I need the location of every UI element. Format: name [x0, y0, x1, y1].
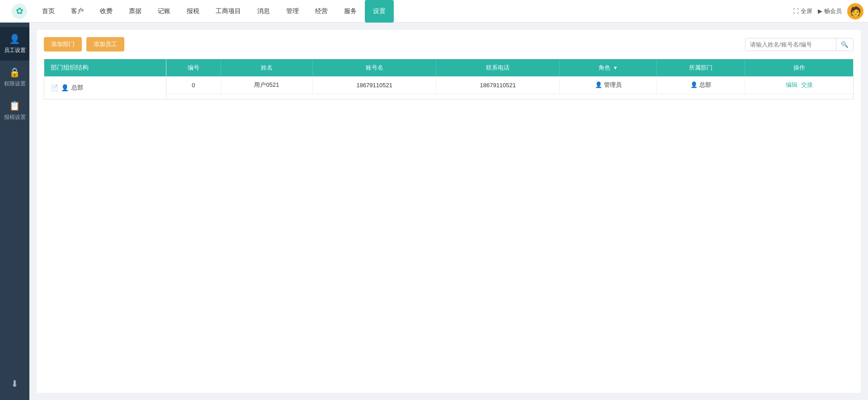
search-input[interactable] [745, 38, 836, 51]
nav-item-设置[interactable]: 设置 [365, 0, 394, 23]
nav-item-票据[interactable]: 票据 [121, 0, 150, 23]
dept-tree: 部门组织结构 📄 👤 总部 [44, 59, 166, 99]
sidebar-bottom: ⬇ [0, 372, 29, 400]
table-body: 0用户05211867911052118679110521👤管理员👤总部编辑交接 [166, 76, 853, 94]
role-icon: 👤 [595, 81, 602, 88]
sidebar-item-download[interactable]: ⬇ [0, 372, 29, 395]
content-area: 添加部门 添加员工 🔍 部门组织结构 📄 👤 总部 [37, 30, 861, 393]
logo: ✿ [5, 3, 34, 19]
file-icon: 📄 [51, 84, 58, 91]
sidebar: 👤员工设置🔒权限设置📋报税设置 ⬇ [0, 23, 29, 400]
main-content: 添加部门 添加员工 🔍 部门组织结构 📄 👤 总部 [29, 23, 868, 400]
cell-name: 用户0521 [221, 76, 312, 94]
table: 编号 姓名 账号名 联系电话 角色 ▼ 所属部门 操作 0用户052118679… [166, 59, 853, 94]
nav-item-首页[interactable]: 首页 [34, 0, 63, 23]
nav-item-收费[interactable]: 收费 [92, 0, 121, 23]
table-row: 0用户05211867911052118679110521👤管理员👤总部编辑交接 [166, 76, 853, 94]
nav-item-管理[interactable]: 管理 [278, 0, 307, 23]
cell-role: 👤管理员 [560, 76, 657, 94]
nav-item-工商项目[interactable]: 工商项目 [208, 0, 249, 23]
table-header: 编号 姓名 账号名 联系电话 角色 ▼ 所属部门 操作 [166, 59, 853, 76]
svg-text:✿: ✿ [15, 6, 23, 16]
dept-icon: 👤 [690, 81, 698, 88]
vip-label: 畅会员 [824, 7, 842, 15]
sidebar-icon-2: 📋 [9, 100, 20, 111]
cell-account: 18679110521 [313, 76, 436, 94]
nav-right: ⛶ 全屏 ▶ 畅会员 🧑 [793, 3, 863, 19]
avatar[interactable]: 🧑 [847, 3, 863, 19]
handover-link[interactable]: 交接 [801, 81, 813, 88]
nav-item-客户[interactable]: 客户 [63, 0, 92, 23]
person-icon: 👤 [61, 84, 69, 91]
nav-item-记账[interactable]: 记账 [150, 0, 179, 23]
sidebar-item-员工设置[interactable]: 👤员工设置 [0, 27, 29, 61]
cell-dept: 👤总部 [657, 76, 745, 94]
vip-button[interactable]: ▶ 畅会员 [818, 7, 842, 15]
nav-item-服务[interactable]: 服务 [336, 0, 365, 23]
add-employee-button[interactable]: 添加员工 [86, 37, 124, 52]
sidebar-label-0: 员工设置 [4, 47, 26, 54]
cell-phone: 18679110521 [436, 76, 560, 94]
nav-items: 首页客户收费票据记账报税工商项目消息管理经营服务设置 [34, 0, 793, 23]
download-icon: ⬇ [11, 378, 19, 389]
col-id: 编号 [166, 59, 221, 76]
col-name: 姓名 [221, 59, 312, 76]
sidebar-icon-1: 🔒 [9, 67, 20, 78]
sidebar-label-1: 权限设置 [4, 80, 26, 88]
sidebar-item-报税设置[interactable]: 📋报税设置 [0, 94, 29, 127]
role-filter-icon: ▼ [613, 65, 618, 71]
dept-name: 总部 [71, 84, 83, 92]
col-dept: 所属部门 [657, 59, 745, 76]
nav-item-消息[interactable]: 消息 [249, 0, 278, 23]
nav-item-经营[interactable]: 经营 [307, 0, 336, 23]
edit-link[interactable]: 编辑 [786, 81, 797, 88]
vip-icon: ▶ [818, 8, 822, 14]
sidebar-item-权限设置[interactable]: 🔒权限设置 [0, 61, 29, 94]
dept-tree-item[interactable]: 📄 👤 总部 [49, 81, 161, 94]
fullscreen-button[interactable]: ⛶ 全屏 [793, 7, 812, 15]
cell-action: 编辑交接 [745, 76, 853, 94]
search-icon: 🔍 [841, 41, 849, 48]
table-header-row: 编号 姓名 账号名 联系电话 角色 ▼ 所属部门 操作 [166, 59, 853, 76]
fullscreen-icon: ⛶ [793, 8, 799, 14]
add-dept-button[interactable]: 添加部门 [44, 37, 82, 52]
toolbar: 添加部门 添加员工 🔍 [44, 37, 854, 52]
col-account: 账号名 [313, 59, 436, 76]
dept-tree-header: 部门组织结构 [44, 59, 166, 76]
top-navigation: ✿ 首页客户收费票据记账报税工商项目消息管理经营服务设置 ⛶ 全屏 ▶ 畅会员 … [0, 0, 868, 23]
col-phone: 联系电话 [436, 59, 560, 76]
col-action: 操作 [745, 59, 853, 76]
body-layout: 部门组织结构 📄 👤 总部 编号 姓名 账号名 [44, 59, 854, 99]
nav-item-报税[interactable]: 报税 [179, 0, 208, 23]
sidebar-icon-0: 👤 [9, 33, 20, 44]
employee-table: 编号 姓名 账号名 联系电话 角色 ▼ 所属部门 操作 0用户052118679… [166, 59, 854, 99]
search-area: 🔍 [745, 38, 854, 51]
col-role[interactable]: 角色 ▼ [560, 59, 657, 76]
cell-id: 0 [166, 76, 221, 94]
sidebar-label-2: 报税设置 [4, 113, 26, 121]
fullscreen-label: 全屏 [801, 7, 812, 15]
search-button[interactable]: 🔍 [836, 38, 853, 51]
dept-tree-body: 📄 👤 总部 [44, 76, 166, 99]
